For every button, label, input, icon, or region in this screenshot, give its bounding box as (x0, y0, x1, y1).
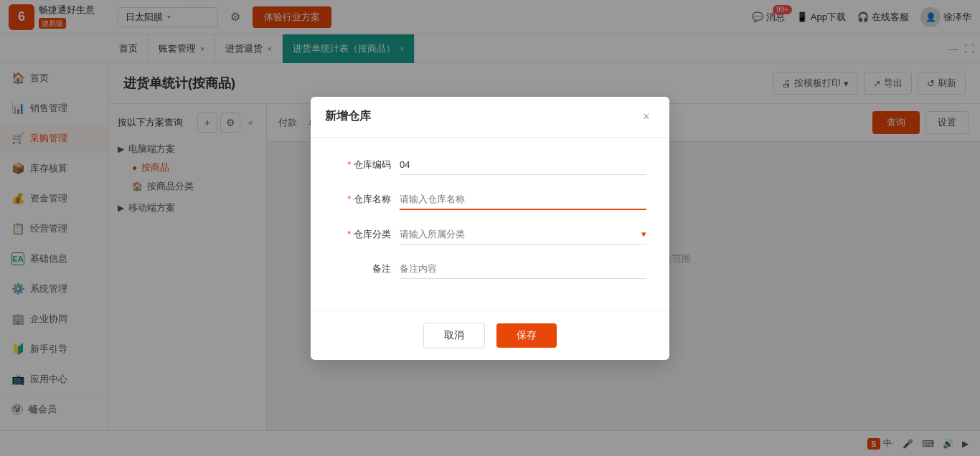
remark-label: 备注 (334, 262, 391, 275)
remark-input[interactable] (400, 259, 646, 279)
category-input[interactable] (400, 229, 641, 239)
modal-new-warehouse: 新增仓库 × 仓库编码 仓库名称 仓库分类 ▾ (311, 97, 669, 360)
save-button[interactable]: 保存 (496, 323, 557, 348)
warehouse-code-input[interactable] (400, 155, 646, 175)
form-row-remark: 备注 (334, 259, 646, 279)
modal-title: 新增仓库 (325, 109, 371, 124)
warehouse-name-input[interactable] (400, 189, 646, 210)
form-row-category: 仓库分类 ▾ (334, 224, 646, 244)
cancel-button[interactable]: 取消 (423, 323, 485, 348)
category-dropdown-arrow[interactable]: ▾ (641, 229, 646, 239)
modal-body: 仓库编码 仓库名称 仓库分类 ▾ 备注 (311, 138, 669, 310)
form-row-code: 仓库编码 (334, 155, 646, 175)
category-select-row: ▾ (400, 224, 646, 244)
modal-footer: 取消 保存 (311, 310, 669, 360)
code-label: 仓库编码 (334, 158, 391, 171)
modal-header: 新增仓库 × (311, 97, 669, 138)
modal-overlay[interactable]: 新增仓库 × 仓库编码 仓库名称 仓库分类 ▾ (0, 0, 980, 456)
category-label: 仓库分类 (334, 228, 391, 241)
form-row-name: 仓库名称 (334, 189, 646, 210)
modal-close-button[interactable]: × (638, 108, 655, 125)
name-label: 仓库名称 (334, 193, 391, 206)
